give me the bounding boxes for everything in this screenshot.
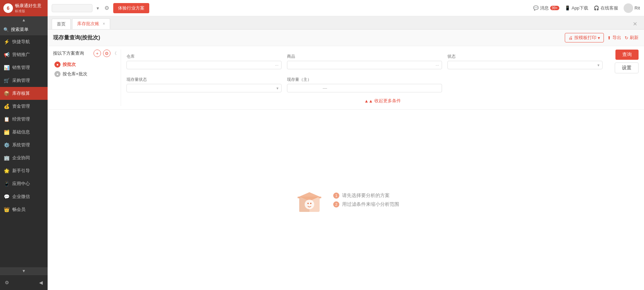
stock-qty-label: 现存量（主） xyxy=(287,77,442,83)
enterprise-icon: 🏢 xyxy=(3,155,10,161)
page-content: 现存量查询(按批次) 🖨 按模板打印 ▾ ⬆ 导出 ↻ 刷新 xyxy=(48,30,644,290)
topbar-gear-icon[interactable]: ⚙ xyxy=(103,3,111,13)
sidebar-item-quick-nav[interactable]: ⚡ 快捷导航 xyxy=(0,35,48,48)
sidebar-item-member[interactable]: 👑 畅会员 xyxy=(0,203,48,216)
svg-rect-7 xyxy=(319,197,321,198)
sidebar-item-wechat[interactable]: 💬 企业微信 xyxy=(0,190,48,203)
sidebar-collapse-btn[interactable]: ◀ xyxy=(38,278,44,287)
print-btn[interactable]: 🖨 按模板打印 ▾ xyxy=(565,33,604,42)
status-select-wrap[interactable]: ▾ xyxy=(447,61,603,69)
user-profile[interactable]: Rit xyxy=(624,3,640,13)
filter-plan-batch-label: 按批次 xyxy=(63,61,76,68)
filter-row-2: 现存量状态 ▾ 现存量（主） — xyxy=(126,77,639,92)
empty-tip-2: 2 用过滤条件来缩小分析范围 xyxy=(333,201,399,207)
sidebar-item-sales[interactable]: 📊 销售管理 xyxy=(0,61,48,74)
collapse-up-icon: ▲▲ xyxy=(364,98,373,104)
filter-collapse-btn[interactable]: 《 xyxy=(113,51,117,56)
app-center-icon: 📱 xyxy=(3,181,10,187)
collapse-more-label: 收起更多条件 xyxy=(374,98,401,104)
product-input-wrap[interactable]: ··· xyxy=(287,61,442,69)
filter-plan-by-warehouse-batch[interactable]: ● 按仓库+批次 xyxy=(53,69,117,79)
page-header-actions: 🖨 按模板打印 ▾ ⬆ 导出 ↻ 刷新 xyxy=(565,33,639,42)
add-plan-btn[interactable]: + xyxy=(94,50,101,57)
filter-left: 按以下方案查询 + ⚙ 《 ● 按批次 ● 按仓库+批次 xyxy=(53,50,121,106)
topbar-right: 💬 消息 99+ 📱 App下载 🎧 在线客服 Rit xyxy=(533,3,640,13)
tabbar: 首页 库存批次账 × ✕ xyxy=(48,16,644,30)
print-dropdown-icon[interactable]: ▾ xyxy=(598,35,600,40)
filter-left-title: 按以下方案查询 + ⚙ 《 xyxy=(53,50,117,57)
tab-close-icon[interactable]: × xyxy=(103,21,105,26)
stock-status-label: 现存量状态 xyxy=(126,77,282,83)
wechat-icon: 💬 xyxy=(3,194,10,200)
refresh-btn-label: 刷新 xyxy=(630,35,639,41)
export-btn-label: 导出 xyxy=(612,35,621,41)
empty-tips: 1 请先选择要分析的方案 2 用过滤条件来缩小分析范围 xyxy=(333,193,399,207)
export-btn[interactable]: ⬆ 导出 xyxy=(607,35,621,41)
topbar-dropdown-icon[interactable]: ▾ xyxy=(95,4,100,12)
settings-button[interactable]: 设置 xyxy=(615,62,639,73)
warehouse-input-wrap[interactable]: ··· xyxy=(126,61,282,69)
sidebar-settings-btn[interactable]: ⚙ xyxy=(3,278,11,287)
sidebar-item-label: 资金管理 xyxy=(12,103,30,109)
stock-status-select-wrap[interactable]: ▾ xyxy=(126,84,282,92)
sidebar-item-purchase[interactable]: 🛒 采购管理 xyxy=(0,74,48,87)
member-icon: 👑 xyxy=(3,206,10,213)
status-label: 状态 xyxy=(447,54,603,59)
tab-inventory-batch[interactable]: 库存批次账 × xyxy=(72,18,110,29)
inventory-icon: 📦 xyxy=(3,90,10,96)
sidebar-item-basics[interactable]: 🗂️ 基础信息 xyxy=(0,126,48,139)
sidebar-item-marketing[interactable]: 📢 营销推广 xyxy=(0,48,48,61)
sidebar-item-inventory[interactable]: 📦 库存核算 xyxy=(0,87,48,100)
app-download-label: App下载 xyxy=(572,5,588,11)
online-service-label: 在线客服 xyxy=(600,5,618,11)
warehouse-input[interactable] xyxy=(130,62,275,68)
sidebar-item-enterprise[interactable]: 🏢 企业协同 xyxy=(0,151,48,164)
warehouse-more-icon[interactable]: ··· xyxy=(275,63,278,68)
tab-area-close-btn[interactable]: ✕ xyxy=(630,21,640,27)
collapse-more-btn[interactable]: ▲▲ 收起更多条件 xyxy=(126,96,639,106)
sidebar-item-finance[interactable]: 💰 资金管理 xyxy=(0,100,48,113)
sidebar-item-system[interactable]: ⚙️ 系统管理 xyxy=(0,139,48,151)
stock-qty-min-input[interactable] xyxy=(287,84,321,92)
scroll-up-arrow[interactable]: ▲ xyxy=(0,16,48,24)
tab-home[interactable]: 首页 xyxy=(52,19,71,29)
product-input[interactable] xyxy=(290,62,436,68)
sidebar-item-label: 畅会员 xyxy=(12,206,26,213)
sidebar-item-label: 应用中心 xyxy=(12,181,30,187)
sidebar-item-operations[interactable]: 📋 经营管理 xyxy=(0,113,48,126)
filter-plan-by-batch[interactable]: ● 按批次 xyxy=(53,60,117,69)
message-icon: 💬 xyxy=(533,5,539,11)
empty-box-svg xyxy=(294,185,325,215)
sidebar-item-app-center[interactable]: 📱 应用中心 xyxy=(0,177,48,190)
stock-qty-range[interactable]: — xyxy=(287,84,442,92)
sidebar-item-guide[interactable]: 🌟 新手引导 xyxy=(0,164,48,177)
sidebar-item-label: 企业微信 xyxy=(12,194,30,200)
scroll-down-arrow[interactable]: ▼ xyxy=(0,267,48,275)
stock-qty-max-input[interactable] xyxy=(328,84,362,92)
filter-left-actions: + ⚙ 《 xyxy=(94,50,117,57)
svg-rect-6 xyxy=(298,197,300,198)
messages-label: 消息 xyxy=(540,5,549,11)
online-service-btn[interactable]: 🎧 在线客服 xyxy=(594,5,618,11)
product-more-icon[interactable]: ··· xyxy=(436,63,439,68)
status-select[interactable] xyxy=(451,62,597,68)
sidebar-search[interactable]: 🔍 搜索菜单 xyxy=(0,24,48,35)
messages-btn[interactable]: 💬 消息 99+ xyxy=(533,5,559,11)
page-header: 现存量查询(按批次) 🖨 按模板打印 ▾ ⬆ 导出 ↻ 刷新 xyxy=(48,30,644,46)
experience-btn[interactable]: 体验行业方案 xyxy=(113,3,149,13)
stock-status-chevron-icon: ▾ xyxy=(276,86,278,91)
query-button[interactable]: 查询 xyxy=(615,50,639,60)
status-chevron-icon: ▾ xyxy=(597,63,599,68)
settings-plan-btn[interactable]: ⚙ xyxy=(103,50,111,57)
filter-section-label: 按以下方案查询 xyxy=(53,50,84,56)
sidebar-footer: ⚙ ◀ xyxy=(0,275,48,290)
topbar-search-input[interactable] xyxy=(52,4,92,12)
refresh-btn[interactable]: ↻ 刷新 xyxy=(625,35,639,41)
finance-icon: 💰 xyxy=(3,103,10,109)
sidebar-search-label: 搜索菜单 xyxy=(11,26,29,33)
phone-icon: 📱 xyxy=(565,5,570,11)
stock-status-select[interactable] xyxy=(130,86,276,91)
app-download-btn[interactable]: 📱 App下载 xyxy=(565,5,588,11)
page-title: 现存量查询(按批次) xyxy=(53,34,100,41)
print-btn-label: 按模板打印 xyxy=(574,35,596,41)
